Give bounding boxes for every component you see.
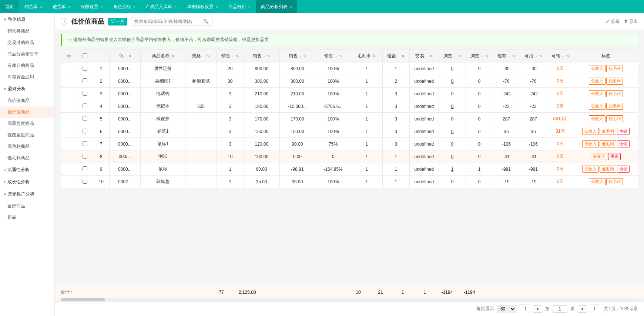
- sidebar-group-overall[interactable]: ∨ 整体信息: [0, 13, 54, 26]
- browse1-cell[interactable]: 0: [439, 125, 466, 138]
- row-checkbox[interactable]: [83, 179, 87, 184]
- col-sellable-header[interactable]: 可销... ⇅: [547, 50, 574, 62]
- check-cell[interactable]: [77, 100, 93, 113]
- browse1-cell[interactable]: 0: [439, 113, 466, 125]
- select-all-checkbox[interactable]: [83, 53, 87, 58]
- browse-link[interactable]: 0: [451, 104, 454, 109]
- search-input[interactable]: [134, 19, 201, 24]
- nav-purchase-order[interactable]: 进货单 ×: [47, 0, 76, 13]
- last-page-button[interactable]: 》: [590, 305, 601, 313]
- row-checkbox[interactable]: [83, 129, 87, 133]
- next-page-button[interactable]: >: [578, 305, 587, 313]
- check-cell[interactable]: [77, 176, 93, 188]
- name-cell[interactable]: 鼠标: [141, 163, 185, 176]
- sidebar-item-low-margin[interactable]: 低毛利商品: [0, 152, 54, 164]
- table-area[interactable]: ⚙ 商... ⇅ 商品名称 ⇅ 规格... ⇅ 销售... ⇅ 销售... ⇅ …: [55, 50, 644, 286]
- browse1-cell[interactable]: 0: [439, 138, 466, 150]
- first-page-button[interactable]: 《: [519, 305, 530, 313]
- col-code-header[interactable]: 商... ⇅: [109, 50, 141, 62]
- col-cover-header[interactable]: 覆盖... ⇅: [382, 50, 409, 62]
- sidebar-item-high-margin[interactable]: 高毛利商品: [0, 141, 54, 152]
- code-cell[interactable]: 0000...: [109, 113, 141, 125]
- browse1-cell[interactable]: 0: [439, 75, 466, 88]
- sidebar-item-sales-products[interactable]: 销售类商品: [0, 26, 54, 37]
- col-name-header[interactable]: 商品名称 ⇅: [141, 50, 185, 62]
- col-browse2-header[interactable]: 浏览... ⇅: [466, 50, 493, 62]
- browse1-cell[interactable]: 0: [439, 88, 466, 100]
- row-checkbox[interactable]: [83, 141, 87, 146]
- sidebar-item-low-coverage[interactable]: 低覆盖度商品: [0, 129, 54, 141]
- check-cell[interactable]: [77, 150, 93, 163]
- code-cell[interactable]: 0000...: [109, 75, 141, 88]
- close-icon[interactable]: ×: [248, 5, 251, 9]
- close-icon[interactable]: ×: [101, 5, 103, 9]
- prev-page-button[interactable]: <: [533, 305, 542, 313]
- name-cell[interactable]: 橡皮擦: [141, 113, 185, 125]
- code-cell[interactable]: 000/...: [109, 150, 141, 163]
- name-cell[interactable]: 鼠标1: [141, 138, 185, 150]
- browse-link[interactable]: 0: [451, 116, 454, 122]
- col-sale-x-header[interactable]: 销售... ⇅: [315, 50, 351, 62]
- row-checkbox[interactable]: [83, 154, 87, 159]
- page-number-input[interactable]: [553, 305, 567, 313]
- sidebar-item-traded-products[interactable]: 交易过的商品: [0, 37, 54, 48]
- close-icon[interactable]: ×: [216, 5, 218, 9]
- nav-template-settings[interactable]: 单据模板设置 ×: [182, 0, 223, 13]
- code-cell[interactable]: 0000...: [109, 100, 141, 113]
- code-cell[interactable]: 0000...: [109, 138, 141, 150]
- browse-link[interactable]: 0: [451, 79, 454, 84]
- check-cell[interactable]: [77, 88, 93, 100]
- check-cell[interactable]: [77, 113, 93, 125]
- browse1-cell[interactable]: 0: [439, 176, 466, 188]
- sidebar-group-circulation[interactable]: > 流通性分析: [0, 164, 54, 176]
- nav-home[interactable]: 首页: [0, 0, 19, 13]
- browse1-cell[interactable]: 0: [439, 150, 466, 163]
- code-cell[interactable]: 0000...: [109, 125, 141, 138]
- row-checkbox[interactable]: [83, 91, 87, 96]
- nav-sales-order[interactable]: 销货单 ×: [19, 0, 47, 13]
- row-checkbox[interactable]: [83, 166, 87, 171]
- sidebar-group-growth[interactable]: > 成长性分析: [0, 176, 54, 188]
- sidebar-item-new-products[interactable]: 新品: [0, 212, 54, 223]
- browse1-cell[interactable]: 0: [439, 62, 466, 75]
- code-cell[interactable]: 0000...: [109, 88, 141, 100]
- browse-link[interactable]: 0: [451, 154, 454, 159]
- nav-product-analysis-list[interactable]: 商品分析列表 ×: [256, 0, 297, 13]
- check-cell[interactable]: [77, 125, 93, 138]
- col-sale-qty-header[interactable]: 销售... ⇅: [217, 50, 244, 62]
- sidebar-item-all-products[interactable]: 全部商品: [0, 200, 54, 212]
- name-cell[interactable]: 鼠标垫: [141, 176, 185, 188]
- nav-product-instock[interactable]: 产成品入库单 ×: [140, 0, 182, 13]
- col-margin-header[interactable]: 毛利率 ⇅: [351, 50, 382, 62]
- col-spec-header[interactable]: 规格... ⇅: [185, 50, 217, 62]
- time-badge[interactable]: 近一月: [108, 18, 127, 26]
- sidebar-group-marketing[interactable]: ∨ 营销推广分析: [0, 188, 54, 200]
- horizontal-scrollbar[interactable]: [61, 298, 638, 301]
- browse-link[interactable]: 0: [451, 142, 454, 147]
- sidebar-group-profit[interactable]: ∨ 盈财分析: [0, 83, 54, 95]
- name-cell[interactable]: 笔记本: [141, 100, 185, 113]
- per-page-select[interactable]: 50 100 200: [497, 305, 516, 313]
- close-icon[interactable]: ×: [290, 5, 292, 9]
- close-icon[interactable]: ×: [40, 5, 42, 9]
- name-cell[interactable]: 吴细细1: [141, 75, 185, 88]
- sidebar-item-category-sales-rate[interactable]: 商品分类销售率: [0, 48, 54, 60]
- name-cell[interactable]: 电话机: [141, 88, 185, 100]
- sidebar-item-high-value[interactable]: 高价值商品: [0, 95, 54, 106]
- check-cell[interactable]: [77, 163, 93, 176]
- col-settings[interactable]: ⚙: [61, 50, 77, 62]
- col-stock-header[interactable]: 现有... ⇅: [493, 50, 520, 62]
- browse1-cell[interactable]: 1: [439, 163, 466, 176]
- check-cell[interactable]: [77, 62, 93, 75]
- check-cell[interactable]: [77, 75, 93, 88]
- collapse-sidebar-button[interactable]: 《: [61, 18, 67, 25]
- col-browse1-header[interactable]: 浏览... ⇅: [439, 50, 466, 62]
- nav-product-analysis[interactable]: 商品分析 ×: [223, 0, 256, 13]
- browse-link[interactable]: 0: [451, 179, 454, 184]
- col-sale-avg-header[interactable]: 销售... ⇅: [279, 50, 315, 62]
- browse-link[interactable]: 0: [451, 91, 454, 96]
- close-icon[interactable]: ×: [174, 5, 177, 9]
- code-cell[interactable]: 0000...: [109, 163, 141, 176]
- row-checkbox[interactable]: [83, 78, 87, 83]
- sidebar-item-in-stock[interactable]: 有库存的商品: [0, 60, 54, 71]
